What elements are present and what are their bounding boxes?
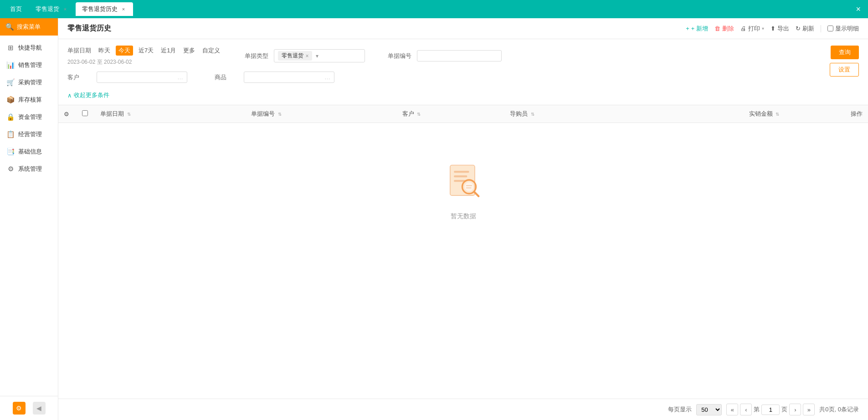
per-page-select[interactable]: 20 50 100 xyxy=(696,404,722,415)
sidebar-item-finance-label: 资金管理 xyxy=(18,113,42,121)
svg-rect-1 xyxy=(454,171,469,173)
doc-number-input[interactable] xyxy=(421,52,498,59)
customer-filter-label: 客户 xyxy=(67,73,93,82)
export-label: 导出 xyxy=(777,25,789,33)
filter-action-buttons: 查询 设置 xyxy=(830,46,859,77)
export-icon: ⬆ xyxy=(770,25,776,32)
date-option-today[interactable]: 今天 xyxy=(116,46,133,56)
sidebar-item-ops-label: 经营管理 xyxy=(18,130,42,138)
col-doc-date[interactable]: 单据日期 ⇅ xyxy=(95,105,246,123)
query-button[interactable]: 查询 xyxy=(831,46,859,59)
last-page-button[interactable]: » xyxy=(803,404,815,415)
page-number-input[interactable] xyxy=(761,405,780,415)
sidebar: 🔍 搜索菜单 ⊞ 快捷导航 📊 销售管理 🛒 采购管理 📦 库存核算 🔒 xyxy=(0,18,58,420)
customer-input[interactable] xyxy=(101,74,177,81)
empty-state: 暂无数据 xyxy=(58,123,868,257)
tab-retail-return[interactable]: 零售退货 × xyxy=(29,2,75,16)
sidebar-footer: ⚙ ◀ xyxy=(0,396,58,420)
col-operation-label: 操作 xyxy=(851,110,863,117)
select-all-checkbox[interactable] xyxy=(82,110,88,116)
date-option-yesterday[interactable]: 昨天 xyxy=(97,46,112,56)
show-details-checkbox[interactable]: 显示明细 xyxy=(827,25,859,33)
data-table: ⚙ 单据日期 ⇅ 单据编号 ⇅ xyxy=(58,105,868,123)
doc-type-tag-close[interactable]: × xyxy=(305,53,308,59)
toolbar-divider xyxy=(821,25,821,32)
date-option-7days[interactable]: 近7天 xyxy=(137,46,155,56)
sidebar-item-basic-label: 基础信息 xyxy=(18,148,42,156)
goods-filter-label: 商品 xyxy=(215,73,240,82)
sidebar-item-quick-nav[interactable]: ⊞ 快捷导航 xyxy=(0,39,58,56)
tab-retail-return-history[interactable]: 零售退货历史 × xyxy=(76,2,133,16)
goods-input[interactable] xyxy=(248,74,324,81)
date-filter-label: 单据日期 xyxy=(67,46,93,55)
sidebar-item-sys-mgmt[interactable]: ⚙ 系统管理 xyxy=(0,160,58,178)
pagination-nav: « ‹ 第 页 › » xyxy=(726,404,815,415)
table-settings-icon[interactable]: ⚙ xyxy=(64,111,69,118)
inventory-icon: 📦 xyxy=(6,96,15,104)
filter-row-2: 客户 … 商品 … xyxy=(67,72,821,83)
empty-text: 暂无数据 xyxy=(451,212,476,220)
sidebar-item-sales-mgmt[interactable]: 📊 销售管理 xyxy=(0,56,58,74)
col-guide-label: 导购员 xyxy=(510,110,528,117)
main-layout: 🔍 搜索菜单 ⊞ 快捷导航 📊 销售管理 🛒 采购管理 📦 库存核算 🔒 xyxy=(0,18,868,420)
goods-ellipsis[interactable]: … xyxy=(324,74,330,81)
sidebar-search-button[interactable]: 🔍 搜索菜单 xyxy=(0,18,58,36)
tab-retail-return-history-label: 零售退货历史 xyxy=(82,5,118,13)
filter-row-1: 单据日期 昨天 今天 近7天 近1月 更多 自定义 202 xyxy=(67,46,821,66)
print-button[interactable]: 🖨 打印 ▾ xyxy=(740,25,764,33)
doc-type-dropdown-icon[interactable]: ▾ xyxy=(316,53,318,59)
page-suffix-label: 页 xyxy=(781,405,787,414)
refresh-icon: ↻ xyxy=(796,25,801,32)
ops-mgmt-icon: 📋 xyxy=(6,130,15,138)
refresh-button[interactable]: ↻ 刷新 xyxy=(796,25,814,33)
sidebar-item-basic-info[interactable]: 📑 基础信息 xyxy=(0,143,58,160)
delete-button[interactable]: 🗑 删除 xyxy=(714,25,734,33)
tab-home[interactable]: 首页 xyxy=(4,2,28,16)
search-icon: 🔍 xyxy=(5,23,14,31)
pagination-total: 共0页, 0条记录 xyxy=(819,405,859,414)
table-area: ⚙ 单据日期 ⇅ 单据编号 ⇅ xyxy=(58,105,868,399)
sidebar-settings-button[interactable]: ⚙ xyxy=(13,402,26,415)
date-option-more[interactable]: 更多 xyxy=(181,46,197,56)
first-page-button[interactable]: « xyxy=(726,404,738,415)
page-header: 零售退货历史 + + 新增 🗑 删除 🖨 打印 ▾ ⬆ 导出 xyxy=(58,18,868,39)
prev-page-button[interactable]: ‹ xyxy=(740,404,752,415)
doc-type-tag: 零售退货 × xyxy=(278,51,312,61)
page-prefix-label: 第 xyxy=(754,405,760,414)
doc-type-filter[interactable]: 零售退货 × ▾ xyxy=(274,49,365,62)
filter-area: 单据日期 昨天 今天 近7天 近1月 更多 自定义 202 xyxy=(58,39,868,105)
filter-collapse-label: 收起更多条件 xyxy=(74,91,109,99)
sidebar-item-finance[interactable]: 🔒 资金管理 xyxy=(0,108,58,126)
filter-collapse-button[interactable]: ∧ 收起更多条件 xyxy=(67,88,821,100)
next-page-button[interactable]: › xyxy=(789,404,801,415)
col-guide[interactable]: 导购员 ⇅ xyxy=(504,105,634,123)
col-doc-number[interactable]: 单据编号 ⇅ xyxy=(246,105,396,123)
col-actual-amount[interactable]: 实销金额 ⇅ xyxy=(634,105,785,123)
svg-point-5 xyxy=(464,182,473,191)
sidebar-item-inventory[interactable]: 📦 库存核算 xyxy=(0,91,58,108)
tab-list: 首页 零售退货 × 零售退货历史 × xyxy=(4,2,852,16)
customer-input-group: … xyxy=(97,72,187,83)
sidebar-item-ops-mgmt[interactable]: 📋 经营管理 xyxy=(0,126,58,143)
col-customer[interactable]: 客户 ⇅ xyxy=(397,105,504,123)
sidebar-collapse-button[interactable]: ◀ xyxy=(33,402,46,415)
settings-icon: ⚙ xyxy=(16,405,22,412)
customer-ellipsis[interactable]: … xyxy=(177,74,183,81)
export-button[interactable]: ⬆ 导出 xyxy=(770,25,789,33)
window-close-button[interactable]: × xyxy=(852,5,864,14)
content-area: 零售退货历史 + + 新增 🗑 删除 🖨 打印 ▾ ⬆ 导出 xyxy=(58,18,868,420)
col-doc-date-label: 单据日期 xyxy=(100,110,124,117)
date-option-custom[interactable]: 自定义 xyxy=(200,46,222,56)
col-guide-sort: ⇅ xyxy=(531,112,534,117)
print-label: 打印 xyxy=(748,25,760,33)
show-details-input[interactable] xyxy=(827,26,833,31)
date-option-1month[interactable]: 近1月 xyxy=(159,46,178,56)
page-title: 零售退货历史 xyxy=(67,24,111,33)
col-doc-number-sort: ⇅ xyxy=(278,112,282,117)
new-label: + 新增 xyxy=(691,25,708,33)
sidebar-item-purchase-mgmt[interactable]: 🛒 采购管理 xyxy=(0,74,58,91)
tab-retail-return-close[interactable]: × xyxy=(62,6,68,12)
new-button[interactable]: + + 新增 xyxy=(686,25,708,33)
tab-retail-return-history-close[interactable]: × xyxy=(120,6,127,12)
settings-button[interactable]: 设置 xyxy=(830,63,859,77)
